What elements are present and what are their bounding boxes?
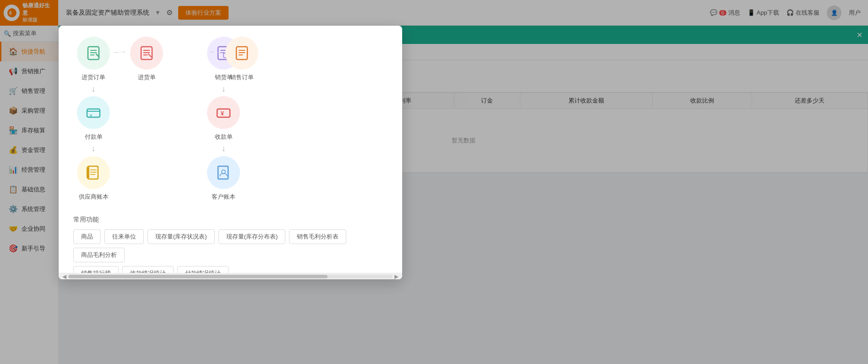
supplier-ledger-icon — [77, 156, 110, 189]
func-btn-product-profit[interactable]: 商品毛利分析 — [73, 248, 125, 262]
flow-arrow-down-2: ↓ — [92, 141, 96, 156]
flow-node-payment[interactable]: ¥ 付款单 — [77, 96, 110, 141]
purchase-order-icon — [77, 37, 110, 70]
receipt-label: 收款单 — [215, 133, 233, 141]
flow-arrow-down-4: ↓ — [222, 141, 226, 156]
sales-order-label: 销售订单 — [230, 73, 254, 81]
flow-col-sales-order: 销售订单 — [222, 37, 262, 81]
func-buttons-row2: 销售排行榜 收款情况统计 付款情况统计 — [73, 266, 388, 273]
popup-body: 进货订单 ↓ ¥ 付款单 ↓ — [59, 26, 402, 273]
func-btn-sales-rank[interactable]: 销售排行榜 — [73, 266, 119, 273]
flow-col-purchase-bill: 进货单 — [126, 37, 167, 81]
customer-ledger-icon — [207, 156, 240, 189]
customer-ledger-label: 客户账本 — [212, 193, 235, 201]
payment-label: 付款单 — [85, 133, 103, 141]
popup: 进货订单 ↓ ¥ 付款单 ↓ — [59, 26, 402, 279]
supplier-ledger-label: 供应商账本 — [79, 193, 109, 201]
common-functions: 常用功能 商品 往来单位 现存量(库存状况表) 现存量(库存分布表) 销售毛利分… — [73, 216, 388, 273]
sales-order-icon — [225, 37, 258, 70]
func-btn-stock-dist[interactable]: 现存量(库存分布表) — [218, 229, 286, 244]
payment-icon: ¥ — [77, 96, 110, 129]
svg-rect-6 — [87, 109, 100, 117]
purchase-bill-label: 进货单 — [138, 73, 156, 81]
func-btn-stock-status[interactable]: 现存量(库存状况表) — [147, 229, 215, 244]
common-title: 常用功能 — [73, 216, 388, 224]
svg-rect-24 — [218, 166, 228, 179]
flow-node-sales-order[interactable]: 销售订单 — [225, 37, 258, 81]
func-btn-receipt-stats[interactable]: 收款情况统计 — [122, 266, 174, 273]
scrollbar-right-arrow[interactable]: ▶ — [393, 273, 400, 280]
scrollbar-thumb — [68, 275, 328, 278]
scrollbar-track — [68, 275, 393, 278]
receipt-icon: ¥ — [207, 96, 240, 129]
svg-text:¥: ¥ — [89, 113, 93, 118]
flow-node-supplier-ledger[interactable]: 供应商账本 — [77, 156, 110, 201]
func-btn-sales-profit[interactable]: 销售毛利分析表 — [289, 229, 346, 244]
flow-arrow-h-1: - - - → — [114, 48, 126, 56]
func-btn-payment-stats[interactable]: 付款情况统计 — [177, 266, 229, 273]
flow-node-purchase-bill[interactable]: 进货单 — [130, 37, 163, 81]
flow-diagram: 进货订单 ↓ ¥ 付款单 ↓ — [73, 37, 388, 201]
overlay[interactable]: 进货订单 ↓ ¥ 付款单 ↓ — [0, 0, 868, 364]
flow-node-customer-ledger[interactable]: 客户账本 — [207, 156, 240, 201]
purchase-bill-icon — [130, 37, 163, 70]
flow-arrow-down-1: ↓ — [92, 81, 96, 96]
purchase-order-label: 进货订单 — [82, 73, 105, 81]
func-btn-contacts[interactable]: 往来单位 — [104, 229, 144, 244]
svg-rect-9 — [88, 166, 98, 179]
flow-arrow-down-3: ↓ — [222, 81, 226, 96]
flow-node-receipt[interactable]: ¥ 收款单 — [207, 96, 240, 141]
popup-scrollbar[interactable]: ◀ ▶ — [59, 273, 402, 279]
flow-col-left: 进货订单 ↓ ¥ 付款单 ↓ — [73, 37, 114, 201]
func-btn-product[interactable]: 商品 — [73, 229, 101, 244]
func-buttons-row1: 商品 往来单位 现存量(库存状况表) 现存量(库存分布表) 销售毛利分析表 商品… — [73, 229, 388, 262]
flow-node-purchase-order[interactable]: 进货订单 — [77, 37, 110, 81]
flow-right-section: ← - - - — [207, 48, 222, 56]
scrollbar-left-arrow[interactable]: ◀ — [60, 273, 68, 280]
svg-text:¥: ¥ — [221, 110, 224, 117]
